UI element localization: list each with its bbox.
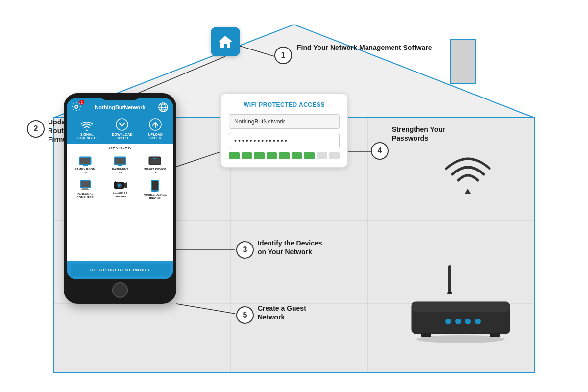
router-device bbox=[407, 263, 514, 353]
smart-tv-label: SMART DEVICETV bbox=[144, 168, 166, 174]
wifi-icon bbox=[80, 122, 93, 131]
svg-point-42 bbox=[118, 184, 121, 187]
camera-label: SECURITYCAMERA bbox=[113, 191, 127, 198]
notification-badge: 1 bbox=[79, 100, 84, 105]
svg-point-56 bbox=[475, 318, 481, 324]
svg-rect-31 bbox=[118, 165, 122, 166]
password-strength-bar bbox=[229, 152, 340, 159]
device-basement-tv: BASEMENTTV bbox=[103, 154, 136, 176]
upload-label: UPLOADSPEED bbox=[148, 133, 163, 140]
svg-line-14 bbox=[176, 304, 235, 314]
svg-point-53 bbox=[445, 318, 451, 324]
step-1-label: Find Your Network Management Software bbox=[297, 43, 432, 52]
svg-rect-34 bbox=[153, 158, 155, 159]
phone-home-button bbox=[112, 282, 128, 298]
strength-4 bbox=[267, 152, 277, 159]
svg-line-11 bbox=[176, 152, 220, 167]
svg-line-9 bbox=[132, 56, 225, 96]
device-camera: SECURITYCAMERA bbox=[103, 178, 136, 201]
basement-tv-label: BASEMENTTV bbox=[112, 168, 128, 174]
svg-rect-48 bbox=[448, 265, 451, 294]
upload-icon bbox=[148, 118, 162, 131]
phone-screen: 1 NothingButNetwork SIGNALSTRENGTH bbox=[67, 98, 173, 279]
stats-bar: SIGNALSTRENGTH DOWNLOADSPEED UPLOADSPEED bbox=[67, 116, 173, 144]
iphone-label: MOBILE DEVICEIPHONE bbox=[144, 193, 167, 200]
svg-rect-35 bbox=[155, 158, 157, 159]
svg-rect-52 bbox=[412, 302, 510, 312]
svg-point-55 bbox=[465, 318, 471, 324]
strength-9 bbox=[329, 152, 340, 159]
svg-rect-30 bbox=[115, 158, 125, 164]
step-4-circle: 4 bbox=[371, 142, 389, 160]
computer-icon bbox=[78, 179, 92, 191]
phone-device: 1 NothingButNetwork SIGNALSTRENGTH bbox=[64, 93, 176, 304]
svg-point-59 bbox=[416, 335, 505, 343]
device-family-room-tv: FAMILY ROOMTV bbox=[69, 154, 101, 176]
download-label: DOWNLOADSPEED bbox=[112, 133, 132, 140]
password-dots: •••••••••••••• bbox=[234, 137, 289, 145]
home-icon-box bbox=[211, 27, 240, 56]
phone-icon bbox=[150, 179, 159, 192]
step-5-circle: 5 bbox=[236, 306, 254, 324]
signal-label: SIGNALSTRENGTH bbox=[77, 133, 97, 140]
svg-rect-49 bbox=[447, 292, 452, 294]
camera-icon bbox=[113, 179, 127, 190]
strength-3 bbox=[254, 152, 265, 159]
wifi-panel-title: WIFI PROTECTED ACCESS bbox=[229, 101, 340, 108]
strength-8 bbox=[317, 152, 327, 159]
devices-grid: FAMILY ROOMTV BASEMENTTV bbox=[69, 154, 172, 202]
password-field[interactable]: •••••••••••••• bbox=[229, 133, 340, 148]
devices-title: DEVICES bbox=[69, 146, 172, 152]
app-name: NothingButNetwork bbox=[82, 104, 158, 110]
svg-point-47 bbox=[154, 190, 156, 192]
step-2-circle: 2 bbox=[27, 120, 45, 138]
step-3-circle: 3 bbox=[236, 241, 254, 259]
settings-icon: 1 bbox=[72, 102, 82, 113]
computer-label: PERSONALCOMPUTER bbox=[76, 192, 93, 199]
globe-icon bbox=[158, 102, 169, 113]
device-computer: PERSONALCOMPUTER bbox=[69, 178, 101, 201]
phone-top-bar: 1 NothingButNetwork bbox=[67, 98, 173, 116]
network-name-field[interactable]: NothingButNetwork bbox=[229, 114, 340, 129]
svg-rect-2 bbox=[451, 39, 475, 83]
svg-rect-26 bbox=[80, 158, 90, 164]
strength-1 bbox=[229, 152, 240, 159]
step-1-circle: 1 bbox=[274, 47, 292, 64]
step-4-label: Strengthen YourPasswords bbox=[392, 125, 445, 143]
strength-2 bbox=[242, 152, 252, 159]
signal-strength-stat: SIGNALSTRENGTH bbox=[77, 122, 97, 140]
strength-5 bbox=[279, 152, 290, 159]
setup-guest-network-button[interactable]: SETUP GUEST NETWORK bbox=[71, 264, 170, 276]
step-5-label: Create a GuestNetwork bbox=[258, 304, 306, 321]
wifi-panel: WIFI PROTECTED ACCESS NothingButNetwork … bbox=[220, 93, 348, 168]
svg-rect-46 bbox=[152, 181, 158, 190]
svg-point-54 bbox=[455, 318, 461, 324]
upload-speed-stat: UPLOADSPEED bbox=[148, 118, 163, 140]
svg-rect-39 bbox=[81, 189, 89, 190]
svg-rect-38 bbox=[82, 188, 88, 189]
tv-icon-2 bbox=[113, 156, 127, 167]
download-icon bbox=[115, 118, 129, 131]
device-smart-tv: SMART DEVICETV bbox=[139, 154, 172, 176]
strength-7 bbox=[304, 152, 315, 159]
tv-icon bbox=[78, 156, 92, 167]
download-speed-stat: DOWNLOADSPEED bbox=[112, 118, 132, 140]
family-room-tv-label: FAMILY ROOMTV bbox=[75, 168, 96, 174]
svg-rect-37 bbox=[81, 181, 90, 187]
wifi-signal-display bbox=[443, 157, 492, 198]
device-iphone: MOBILE DEVICEIPHONE bbox=[139, 178, 172, 201]
svg-marker-43 bbox=[124, 182, 127, 188]
devices-section: DEVICES FAMILY ROOMTV bbox=[67, 144, 173, 261]
smart-tv-icon bbox=[148, 156, 162, 167]
phone-notch bbox=[100, 93, 140, 100]
strength-6 bbox=[292, 152, 302, 159]
step-3-label: Identify the Deviceson Your Network bbox=[258, 239, 322, 256]
